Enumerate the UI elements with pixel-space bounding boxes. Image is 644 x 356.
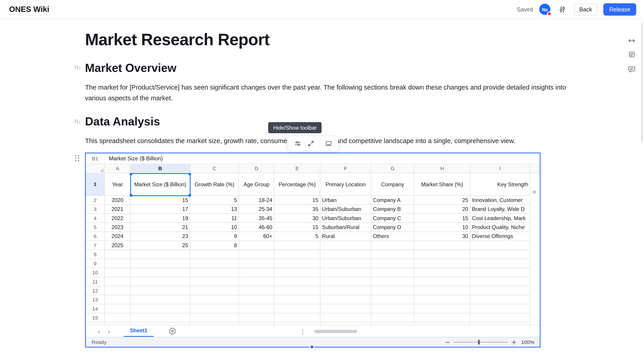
column-header-H[interactable]: H <box>414 164 470 173</box>
cell-B13[interactable] <box>130 295 190 304</box>
page-width-icon[interactable] <box>628 37 636 45</box>
cell-A11[interactable] <box>105 277 130 286</box>
cell-I4[interactable]: Cost Leadership, Mark <box>470 214 530 223</box>
cell-H6[interactable]: 30 <box>414 232 470 241</box>
cell-I2[interactable]: Innovation, Customer <box>470 196 530 205</box>
cell-E2[interactable]: 15 <box>274 196 320 205</box>
cell-H1[interactable]: Market Share (%) <box>414 173 470 196</box>
cell-A5[interactable]: 2023 <box>105 223 130 232</box>
cell-F8[interactable] <box>320 250 372 259</box>
cell-E13[interactable] <box>274 295 320 304</box>
cell-D12[interactable] <box>239 286 274 295</box>
cell-D15[interactable] <box>239 313 274 322</box>
column-header-C[interactable]: C <box>190 164 239 173</box>
cell-D2[interactable]: 18-24 <box>239 196 274 205</box>
sliders-icon[interactable] <box>556 4 568 15</box>
cell-G10[interactable] <box>371 268 414 277</box>
cell-B5[interactable]: 21 <box>130 223 190 232</box>
cell-A8[interactable] <box>105 250 130 259</box>
cell-G12[interactable] <box>371 286 414 295</box>
cell-B3[interactable]: 17 <box>130 205 190 214</box>
cell-F14[interactable] <box>320 304 372 313</box>
cell-E6[interactable]: 5 <box>274 232 320 241</box>
cell-A13[interactable] <box>105 295 130 304</box>
cell-H14[interactable] <box>414 304 470 313</box>
cell-H12[interactable] <box>414 286 470 295</box>
cell-F10[interactable] <box>320 268 372 277</box>
cell-G9[interactable] <box>371 259 414 268</box>
row-header-5[interactable]: 5 <box>86 223 105 232</box>
row-header-15[interactable]: 15 <box>86 313 105 322</box>
cell-E15[interactable] <box>274 313 320 322</box>
row-header-12[interactable]: 12 <box>86 286 105 295</box>
cell-G4[interactable]: Company C <box>371 214 414 223</box>
cell-E9[interactable] <box>274 259 320 268</box>
page-scrollbar[interactable] <box>641 23 643 142</box>
row-header-16[interactable]: 16 <box>86 322 105 325</box>
cell-E11[interactable] <box>274 277 320 286</box>
cell-A16[interactable] <box>105 322 130 325</box>
zoom-slider-handle[interactable] <box>478 340 480 344</box>
cell-A2[interactable]: 2020 <box>105 196 130 205</box>
cell-D6[interactable]: 60+ <box>239 232 274 241</box>
cell-A3[interactable]: 2021 <box>105 205 130 214</box>
cell-C16[interactable] <box>190 322 239 325</box>
zoom-out-icon[interactable] <box>444 339 450 345</box>
cell-F5[interactable]: Suburban/Rural <box>320 223 372 232</box>
cell-B10[interactable] <box>130 268 190 277</box>
cell-C13[interactable] <box>190 295 239 304</box>
cell-E1[interactable]: Percentage (%) <box>274 173 320 196</box>
cell-C11[interactable] <box>190 277 239 286</box>
cell-I5[interactable]: Product Quality, Niche <box>470 223 530 232</box>
cell-C8[interactable] <box>190 250 239 259</box>
row-header-13[interactable]: 13 <box>86 295 105 304</box>
cell-F13[interactable] <box>320 295 372 304</box>
tab-sheet1[interactable]: Sheet1 <box>124 325 154 337</box>
cell-I16[interactable] <box>470 322 530 325</box>
zoom-slider[interactable] <box>454 342 508 342</box>
cell-H13[interactable] <box>414 295 470 304</box>
cell-C12[interactable] <box>190 286 239 295</box>
cell-B12[interactable] <box>130 286 190 295</box>
cell-H8[interactable] <box>414 250 470 259</box>
cell-I10[interactable] <box>470 268 530 277</box>
cell-G14[interactable] <box>371 304 414 313</box>
cell-F2[interactable]: Urban <box>320 196 372 205</box>
cell-I6[interactable]: Diverse Offerings <box>470 232 530 241</box>
row-header-14[interactable]: 14 <box>86 304 105 313</box>
name-box[interactable]: B1 <box>86 153 105 164</box>
cell-F1[interactable]: Primary Location <box>320 173 372 196</box>
cell-I12[interactable] <box>470 286 530 295</box>
cell-E3[interactable]: 35 <box>274 205 320 214</box>
cell-H2[interactable]: 25 <box>414 196 470 205</box>
cell-I3[interactable]: Brand Loyalty, Wide D <box>470 205 530 214</box>
cell-D14[interactable] <box>239 304 274 313</box>
formula-input[interactable]: Market Size ($ Billion) <box>105 153 163 164</box>
cell-G15[interactable] <box>371 313 414 322</box>
cell-H11[interactable] <box>414 277 470 286</box>
page-title[interactable]: Market Research Report <box>85 31 270 49</box>
tune-icon[interactable] <box>293 139 302 148</box>
row-header-4[interactable]: 4 <box>86 214 105 223</box>
cell-G2[interactable]: Company A <box>371 196 414 205</box>
cell-H16[interactable] <box>414 322 470 325</box>
cell-I8[interactable] <box>470 250 530 259</box>
cell-D4[interactable]: 35-45 <box>239 214 274 223</box>
embed-resize-handle[interactable] <box>310 344 314 349</box>
cell-A7[interactable]: 2025 <box>105 241 130 250</box>
row-header-9[interactable]: 9 <box>86 259 105 268</box>
column-header-I[interactable]: I <box>470 164 530 173</box>
toolbar-toggle-icon[interactable] <box>324 139 333 148</box>
cell-B1[interactable]: Market Size ($ Billion) <box>130 173 190 196</box>
cell-G13[interactable] <box>371 295 414 304</box>
column-header-E[interactable]: E <box>274 164 320 173</box>
more-icon[interactable]: ⋮ <box>298 325 307 337</box>
back-button[interactable]: Back <box>574 3 597 16</box>
cell-G8[interactable] <box>371 250 414 259</box>
cell-H15[interactable] <box>414 313 470 322</box>
cell-D13[interactable] <box>239 295 274 304</box>
cell-H10[interactable] <box>414 268 470 277</box>
cell-B15[interactable] <box>130 313 190 322</box>
cell-A12[interactable] <box>105 286 130 295</box>
row-header-3[interactable]: 3 <box>86 205 105 214</box>
